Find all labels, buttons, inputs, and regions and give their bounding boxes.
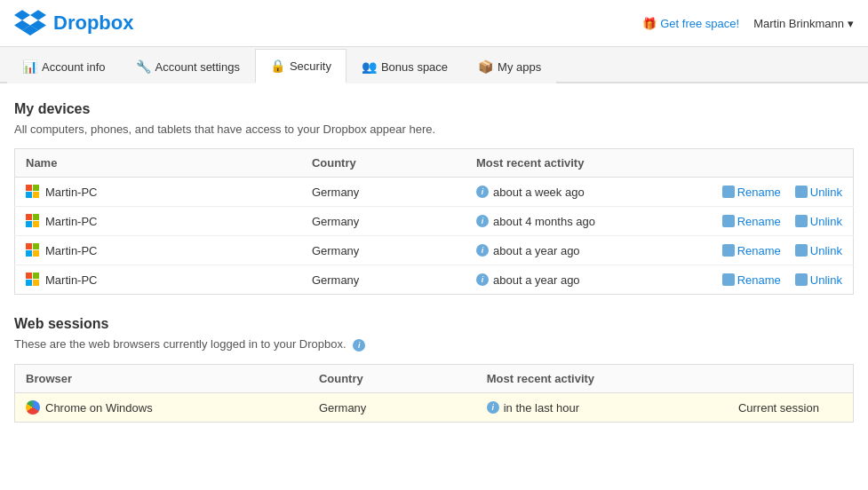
rename-link[interactable]: Rename <box>722 244 781 257</box>
tab-account-info-label: Account info <box>42 60 106 74</box>
svg-rect-9 <box>26 214 32 220</box>
info-icon: i <box>476 244 489 257</box>
unlink-link[interactable]: Unlink <box>795 186 842 199</box>
header-right: 🎁 Get free space! Martin Brinkmann ▾ <box>642 17 854 30</box>
device-name-cell: Martin-PC <box>15 265 301 295</box>
devices-desc: All computers, phones, and tablets that … <box>14 122 854 136</box>
tab-bonus-space[interactable]: 👥 Bonus space <box>346 49 463 83</box>
logo-text: Dropbox <box>53 12 133 35</box>
device-country-cell: Germany <box>301 236 466 265</box>
svg-rect-8 <box>33 192 39 198</box>
svg-marker-1 <box>30 10 46 20</box>
device-activity-text: about a week ago <box>493 186 585 199</box>
svg-rect-7 <box>26 192 32 198</box>
session-activity-text: in the last hour <box>504 401 579 415</box>
session-browser-text: Chrome on Windows <box>45 401 153 415</box>
device-name-text: Martin-PC <box>45 186 98 199</box>
device-actions-cell: Rename Unlink <box>712 178 854 207</box>
device-name-text: Martin-PC <box>45 273 98 287</box>
device-name-text: Martin-PC <box>45 244 98 257</box>
svg-rect-13 <box>26 243 32 249</box>
table-row: Martin-PC Germany i about a year ago Ren… <box>15 265 854 295</box>
chevron-down-icon: ▾ <box>848 17 854 30</box>
session-activity-cell: i in the last hour <box>476 393 728 423</box>
rename-link[interactable]: Rename <box>722 186 781 199</box>
svg-rect-5 <box>26 185 32 191</box>
rename-link[interactable]: Rename <box>722 273 781 287</box>
device-activity-cell: i about a year ago <box>466 265 712 295</box>
tab-account-info[interactable]: 📊 Account info <box>7 49 121 83</box>
device-actions-cell: Rename Unlink <box>712 236 854 265</box>
svg-rect-16 <box>33 250 39 257</box>
logo: Dropbox <box>14 7 133 39</box>
sessions-title: Web sessions <box>14 316 854 332</box>
device-activity-text: about a year ago <box>493 273 580 287</box>
windows-icon <box>26 185 40 199</box>
chrome-icon <box>26 400 40 415</box>
svg-rect-15 <box>26 250 32 257</box>
action-icon <box>795 215 808 227</box>
user-menu[interactable]: Martin Brinkmann ▾ <box>753 17 854 30</box>
unlink-link[interactable]: Unlink <box>795 244 842 257</box>
sessions-col-header-actions <box>728 365 854 393</box>
info-icon: i <box>476 215 489 227</box>
svg-rect-10 <box>33 214 39 220</box>
svg-rect-17 <box>26 273 32 279</box>
session-browser-cell: Chrome on Windows <box>15 393 308 423</box>
bonus-space-icon: 👥 <box>362 59 377 74</box>
devices-section: My devices All computers, phones, and ta… <box>14 101 854 295</box>
sessions-info-icon: i <box>353 339 365 352</box>
device-name-cell: Martin-PC <box>15 236 301 265</box>
tab-account-settings-label: Account settings <box>155 60 240 74</box>
my-apps-icon: 📦 <box>478 59 493 74</box>
sessions-desc: These are the web browsers currently log… <box>14 337 854 352</box>
action-icon <box>722 273 735 286</box>
svg-rect-20 <box>33 280 39 286</box>
current-session-badge: Current session <box>738 401 819 415</box>
action-icon <box>795 273 808 286</box>
action-icon <box>722 244 735 257</box>
unlink-link[interactable]: Unlink <box>795 215 842 228</box>
tab-account-settings[interactable]: 🔧 Account settings <box>121 49 255 83</box>
action-icon <box>795 186 808 198</box>
action-icon <box>795 244 808 257</box>
windows-icon <box>26 273 40 287</box>
rename-link[interactable]: Rename <box>722 215 781 228</box>
tab-my-apps[interactable]: 📦 My apps <box>463 49 556 83</box>
sessions-section: Web sessions These are the web browsers … <box>14 316 854 423</box>
device-actions-cell: Rename Unlink <box>712 207 854 236</box>
gift-icon: 🎁 <box>642 17 657 30</box>
windows-icon <box>26 243 40 257</box>
col-header-country: Country <box>301 149 466 178</box>
tab-security[interactable]: 🔒 Security <box>255 49 346 83</box>
sessions-table: Browser Country Most recent activity Chr… <box>14 364 854 423</box>
device-country-cell: Germany <box>301 265 466 295</box>
col-header-name: Name <box>15 149 301 178</box>
device-activity-text: about a year ago <box>493 244 580 257</box>
device-name-cell: Martin-PC <box>15 207 301 236</box>
table-row: Chrome on Windows Germany i in the last … <box>15 393 854 423</box>
info-icon: i <box>476 186 489 198</box>
tab-my-apps-label: My apps <box>498 60 541 74</box>
get-free-space-link[interactable]: 🎁 Get free space! <box>642 17 739 30</box>
info-icon: i <box>476 273 489 286</box>
devices-title: My devices <box>14 101 854 117</box>
device-name-text: Martin-PC <box>45 215 98 228</box>
svg-rect-19 <box>26 280 32 286</box>
content-area: My devices All computers, phones, and ta… <box>0 83 868 462</box>
svg-rect-11 <box>26 221 32 227</box>
table-row: Martin-PC Germany i about 4 months ago R… <box>15 207 854 236</box>
tabs-nav: 📊 Account info 🔧 Account settings 🔒 Secu… <box>0 47 868 83</box>
sessions-col-header-browser: Browser <box>15 365 308 393</box>
col-header-activity: Most recent activity <box>466 149 712 178</box>
device-activity-text: about 4 months ago <box>493 215 595 228</box>
dropbox-logo-icon <box>14 7 46 39</box>
unlink-link[interactable]: Unlink <box>795 273 842 287</box>
device-actions-cell: Rename Unlink <box>712 265 854 295</box>
tab-security-label: Security <box>290 59 331 73</box>
security-icon: 🔒 <box>270 59 285 73</box>
action-icon <box>722 186 735 198</box>
info-icon: i <box>487 401 499 414</box>
session-status-cell: Current session <box>728 393 854 423</box>
svg-rect-14 <box>33 243 39 249</box>
